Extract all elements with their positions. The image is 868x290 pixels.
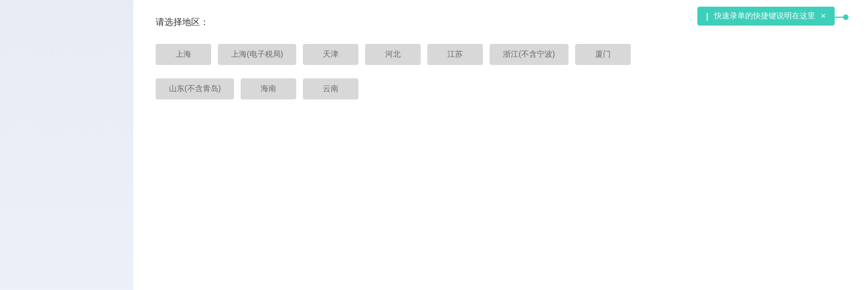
region-btn-shandong[interactable]: 山东(不含青岛) — [156, 78, 234, 99]
region-btn-shanghai-etax[interactable]: 上海(电子税局) — [218, 44, 296, 65]
connector-line — [833, 17, 843, 18]
tooltip-banner: 快速录单的快捷键说明在这里 × — [697, 7, 835, 26]
main-content: 请选择地区： 上海 上海(电子税局) 天津 河北 江苏 浙江(不含宁波) 厦门 … — [133, 0, 868, 290]
region-btn-xiamen[interactable]: 厦门 — [575, 44, 631, 65]
region-btn-hebei[interactable]: 河北 — [365, 44, 421, 65]
dot-indicator — [843, 14, 849, 20]
tooltip-close-button[interactable]: × — [821, 12, 826, 21]
region-btn-jiangsu[interactable]: 江苏 — [427, 44, 483, 65]
tooltip-text: 快速录单的快捷键说明在这里 — [714, 11, 815, 21]
region-btn-yunnan[interactable]: 云南 — [303, 78, 358, 99]
region-btn-hainan[interactable]: 海南 — [241, 78, 296, 99]
region-btn-shanghai[interactable]: 上海 — [156, 44, 211, 65]
left-sidebar — [0, 0, 133, 290]
region-btn-tianjin[interactable]: 天津 — [303, 44, 358, 65]
region-buttons-container: 上海 上海(电子税局) 天津 河北 江苏 浙江(不含宁波) 厦门 山东(不含青岛… — [156, 44, 846, 99]
region-btn-zhejiang[interactable]: 浙江(不含宁波) — [490, 44, 568, 65]
